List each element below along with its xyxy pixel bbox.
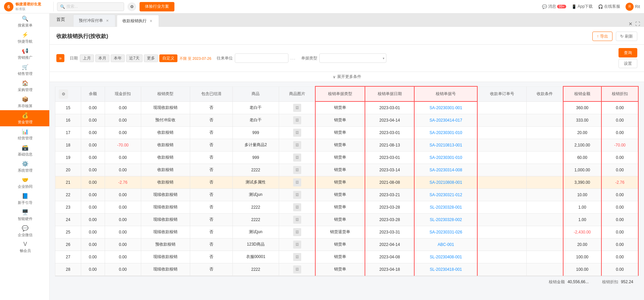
bill-no-link[interactable]: SA-20230331-026 (430, 230, 462, 234)
wechat-icon: 💬 (22, 225, 29, 231)
cell-verify-amount: 2,100.00 (563, 139, 601, 151)
cell-include-settled: 否 (190, 238, 232, 251)
cell-product: 多计量商品2 (233, 139, 279, 151)
tab-home[interactable]: 首页 (50, 13, 72, 27)
cell-verify-type: 现续收款核销 (141, 251, 190, 263)
export-button[interactable]: ↑ 导出 (592, 32, 612, 41)
cell-product-image: 🖼 (279, 176, 315, 188)
cell-receipt-order-no (477, 251, 527, 263)
sidebar-item-hardware[interactable]: 🖥️ 智能硬件 (0, 207, 49, 223)
filter-action-group: 查询 设置 (619, 48, 637, 68)
col-settings[interactable]: ⚙ (55, 86, 81, 101)
sidebar-item-finance[interactable]: 💰 资金管理 (0, 110, 49, 126)
messages-area[interactable]: 💬 消息 99+ (542, 4, 566, 9)
filter-bar: » 日期 上月 本月 本年 近7天 更多 自定义 不限 至 2023-07-26… (50, 45, 644, 72)
cell-balance: 0.00 (81, 164, 105, 176)
cell-verify-discount: -2.76 (601, 176, 638, 188)
filter-voucher-group: 单据类型 (301, 53, 386, 63)
online-service[interactable]: 🎧 在线客服 (598, 4, 620, 9)
table-row: 21 0.00 -2.76 收款核销 否 测试多属性 🖼 销货单 2021-08… (55, 176, 639, 188)
cell-receipt-order-no (477, 201, 527, 213)
cell-verify-discount: 0.00 (601, 151, 638, 164)
col-settings-icon[interactable]: ⚙ (59, 89, 68, 99)
cell-balance: 0.00 (81, 176, 105, 188)
cell-product: 衣服00001 (233, 251, 279, 263)
cell-cash-discount: 0.00 (105, 188, 141, 201)
app-download[interactable]: 📱 App下载 (572, 4, 593, 9)
bill-no-link[interactable]: SA-20230301-010 (430, 130, 462, 135)
window-maximize-icon[interactable]: ⛶ (635, 21, 640, 27)
filter-toggle-arrow[interactable]: » (56, 54, 64, 62)
cell-product-image: 🖼 (279, 226, 315, 238)
messages-badge: 99+ (557, 5, 566, 8)
bill-no-link[interactable]: SA-20210813-001 (430, 143, 462, 147)
table-body: 15 0.00 0.00 现现收款核销 否 老白干 🖼 销货单 2023-03-… (55, 101, 639, 275)
cell-cash-discount: 0.00 (105, 226, 141, 238)
date-btn-custom[interactable]: 自定义 (159, 54, 177, 62)
cell-verify-bill-no: SA-20210813-001 (414, 139, 477, 151)
sidebar-item-sales[interactable]: 🛒 销售管理 (0, 62, 49, 78)
footer-amount-value: 40,556,66... (568, 280, 589, 284)
window-close-icon[interactable]: ✕ (629, 21, 633, 27)
sidebar-item-system[interactable]: ⚙️ 系统管理 (0, 159, 49, 175)
cell-cash-discount: 0.00 (105, 251, 141, 263)
bill-no-link[interactable]: SA-20230301-010 (430, 155, 462, 160)
tab-prepay[interactable]: 预付冲应付单 ✕ (73, 14, 115, 27)
bill-no-link[interactable]: SL-20230408-001 (430, 255, 462, 259)
bill-no-link[interactable]: ABC-001 (438, 242, 454, 247)
bill-no-link[interactable]: SL-20230328-001 (430, 205, 462, 210)
date-btn-last-month[interactable]: 上月 (80, 54, 94, 62)
sidebar-label-search: 搜索菜单 (18, 23, 33, 28)
bill-no-link[interactable]: SL-20230418-001 (430, 267, 462, 272)
sidebar-label-inventory: 库存核算 (18, 103, 33, 109)
footer-amount: 核销金额 40,556,66... (549, 279, 589, 285)
sidebar-item-purchase[interactable]: 🏠 采购管理 (0, 78, 49, 94)
settings-icon[interactable]: ⚙ (127, 2, 136, 11)
expand-conditions-btn[interactable]: ∨ 展开更多条件 (333, 74, 361, 80)
date-btn-this-year[interactable]: 本年 (111, 54, 125, 62)
sidebar-item-operations[interactable]: 📊 经营管理 (0, 126, 49, 142)
tab-close-prepay[interactable]: ✕ (105, 18, 110, 23)
date-btn-more[interactable]: 更多 (144, 54, 158, 62)
top-search[interactable]: 🔍 搜索... (57, 2, 124, 11)
sidebar-label-sales: 销售管理 (18, 71, 33, 76)
sidebar-item-marketing[interactable]: 📢 营销推广 (0, 46, 49, 62)
tab-receive[interactable]: 收款核销执行 ✕ (117, 15, 159, 27)
col-verify-bill-type: 核销单据类型 (315, 86, 365, 101)
voucher-type-select[interactable] (319, 53, 386, 63)
cell-verify-bill-no: SA-20210808-001 (414, 176, 477, 188)
date-btn-this-month[interactable]: 本月 (95, 54, 109, 62)
partner-input[interactable] (235, 53, 288, 63)
sidebar-item-wechat[interactable]: 💬 企业微信 (0, 223, 49, 239)
sidebar-item-collab[interactable]: 🤝 企业协同 (0, 175, 49, 191)
refresh-button[interactable]: ↻ 刷新 (616, 32, 637, 41)
bill-no-link[interactable]: SA-20210808-001 (430, 180, 462, 185)
tab-close-receive[interactable]: ✕ (149, 18, 153, 23)
sidebar-item-basic[interactable]: 🗃️ 基础信息 (0, 142, 49, 159)
product-image-thumb: 🖼 (293, 228, 301, 236)
industry-btn[interactable]: 体验行业方案 (140, 2, 174, 11)
bill-no-link[interactable]: SA-20230314-008 (430, 168, 462, 172)
product-image-thumb: 🖼 (293, 116, 301, 124)
bill-no-link[interactable]: SA-20230301-001 (430, 105, 462, 110)
sidebar-item-quick[interactable]: ⚡ 快捷导航 (0, 30, 49, 46)
date-btn-7days[interactable]: 近7天 (126, 54, 143, 62)
cell-verify-bill-no: SA-20230321-012 (414, 188, 477, 201)
sidebar-item-inventory[interactable]: 📦 库存核算 (0, 94, 49, 110)
cell-verify-type: 现续收款核销 (141, 226, 190, 238)
user-avatar[interactable]: R Rit (626, 3, 640, 11)
bill-no-link[interactable]: SL-20230328-002 (430, 217, 462, 222)
setting-button[interactable]: 设置 (619, 59, 637, 68)
sidebar-item-member[interactable]: V 畅会员 (0, 239, 49, 255)
bill-no-link[interactable]: SA-20230414-017 (430, 118, 462, 123)
header-actions: ↑ 导出 ↻ 刷新 (592, 32, 637, 41)
cell-cash-discount: 0.00 (105, 164, 141, 176)
cell-balance: 0.00 (81, 151, 105, 164)
date-range-display: 不限 至 2023-07-26 (179, 56, 211, 61)
bill-no-link[interactable]: SA-20230321-012 (430, 192, 462, 197)
sidebar-item-search[interactable]: 🔍 搜索菜单 (0, 13, 49, 30)
page-header: 收款核销执行(按收款) ↑ 导出 ↻ 刷新 (50, 27, 644, 45)
sidebar-item-guide[interactable]: 📘 新手引导 (0, 191, 49, 207)
query-button[interactable]: 查询 (619, 48, 637, 57)
main-layout: 🔍 搜索菜单 ⚡ 快捷导航 📢 营销推广 🛒 销售管理 🏠 采购管理 📦 库存核… (0, 13, 644, 300)
